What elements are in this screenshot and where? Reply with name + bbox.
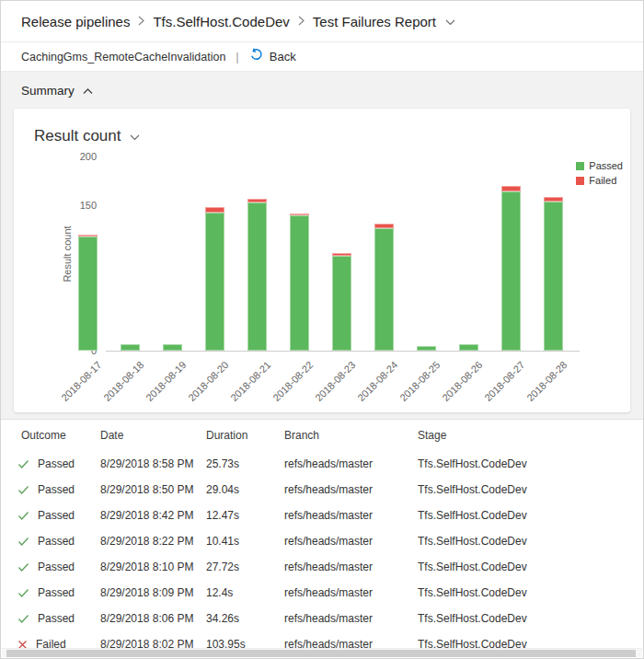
breadcrumb-item-release-pipelines[interactable]: Release pipelines — [21, 14, 130, 29]
passed-segment — [205, 213, 224, 351]
y-axis-tick-label: 150 — [65, 200, 97, 211]
stage-cell: Tfs.SelfHost.CodeDev — [418, 483, 643, 496]
date-cell: 8/29/2018 8:22 PM — [100, 535, 206, 548]
passed-segment — [247, 202, 267, 351]
duration-cell: 27.72s — [206, 561, 284, 573]
table-row[interactable]: Passed8/29/2018 8:58 PM25.73srefs/heads/… — [1, 451, 643, 477]
passed-segment — [501, 191, 521, 351]
date-cell: 8/29/2018 8:10 PM — [100, 561, 206, 573]
check-icon — [17, 485, 29, 495]
breadcrumb: Release pipelines Tfs.SelfHost.CodeDev T… — [1, 1, 643, 42]
legend-label: Passed — [589, 160, 623, 171]
column-header-duration[interactable]: Duration — [206, 429, 284, 442]
toolbar: CachingGms_RemoteCacheInvalidation | Bac… — [1, 42, 643, 72]
chevron-right-icon — [298, 15, 305, 29]
branch-cell: refs/heads/master — [284, 561, 418, 573]
stacked-bar-2018-08-20[interactable] — [205, 207, 224, 351]
table-row[interactable]: Passed8/29/2018 8:50 PM29.04srefs/heads/… — [1, 477, 643, 503]
outcome-label: Passed — [38, 586, 75, 599]
result-count-chart: 050100150200Result count2018-08-172018-0… — [14, 109, 630, 412]
separator: | — [236, 50, 238, 64]
table-row[interactable]: Passed8/29/2018 8:10 PM27.72srefs/heads/… — [1, 554, 643, 580]
horizontal-scrollbar[interactable] — [2, 648, 642, 657]
date-cell: 8/29/2018 8:06 PM — [100, 612, 206, 625]
stacked-bar-2018-08-28[interactable] — [544, 197, 563, 351]
date-cell: 8/29/2018 8:58 PM — [100, 457, 206, 470]
x-axis-tick-label: 2018-08-22 — [270, 359, 315, 403]
x-axis-tick-label: 2018-08-21 — [228, 359, 272, 403]
stage-cell: Tfs.SelfHost.CodeDev — [418, 586, 643, 599]
scrollbar-thumb[interactable] — [6, 650, 636, 657]
test-case-name: CachingGms_RemoteCacheInvalidation — [21, 51, 225, 64]
table-row[interactable]: Passed8/29/2018 8:42 PM12.47srefs/heads/… — [1, 503, 643, 528]
column-header-outcome[interactable]: Outcome — [21, 429, 100, 442]
duration-cell: 25.73s — [206, 457, 284, 470]
y-axis-tick-label: 200 — [65, 151, 97, 162]
summary-collapse-header[interactable]: Summary — [1, 72, 643, 109]
x-axis-tick-label: 2018-08-23 — [313, 359, 357, 403]
legend-item-failed[interactable]: Failed — [576, 175, 623, 186]
check-icon — [17, 588, 29, 598]
chart-legend: PassedFailed — [576, 160, 623, 186]
back-button[interactable]: Back — [249, 48, 296, 65]
x-axis-line — [106, 351, 580, 352]
summary-label: Summary — [21, 84, 75, 98]
y-axis-title: Result count — [62, 225, 73, 282]
stacked-bar-2018-08-25[interactable] — [417, 346, 436, 351]
legend-color-chip — [576, 177, 584, 185]
stacked-bar-2018-08-26[interactable] — [459, 344, 478, 351]
stage-cell: Tfs.SelfHost.CodeDev — [418, 457, 643, 470]
duration-cell: 12.4s — [206, 586, 284, 599]
date-cell: 8/29/2018 8:42 PM — [100, 509, 206, 522]
stacked-bar-2018-08-23[interactable] — [332, 253, 351, 351]
outcome-label: Passed — [38, 535, 75, 548]
table-row[interactable]: Passed8/29/2018 8:06 PM34.26srefs/heads/… — [1, 606, 643, 631]
table-row[interactable]: Passed8/29/2018 8:22 PM10.41srefs/heads/… — [1, 528, 643, 554]
column-header-branch[interactable]: Branch — [284, 429, 418, 442]
stacked-bar-2018-08-24[interactable] — [374, 224, 394, 351]
table-row[interactable]: Passed8/29/2018 8:09 PM12.4srefs/heads/m… — [1, 580, 643, 606]
passed-segment — [78, 237, 98, 351]
outcome-cell: Passed — [17, 535, 100, 548]
stacked-bar-2018-08-17[interactable] — [78, 235, 98, 351]
stacked-bar-2018-08-21[interactable] — [247, 199, 267, 351]
stacked-bar-2018-08-27[interactable] — [501, 186, 521, 351]
outcome-label: Passed — [38, 612, 75, 625]
outcome-cell: Passed — [17, 561, 100, 573]
passed-segment — [459, 344, 478, 351]
chevron-down-icon[interactable] — [445, 13, 455, 29]
outcome-cell: Passed — [17, 457, 100, 470]
chevron-right-icon — [138, 15, 144, 29]
stacked-bar-2018-08-19[interactable] — [163, 344, 182, 351]
x-axis-tick-label: 2018-08-28 — [524, 359, 569, 403]
outcome-cell: Passed — [17, 483, 100, 496]
passed-segment — [544, 202, 563, 351]
branch-cell: refs/heads/master — [284, 483, 418, 496]
legend-item-passed[interactable]: Passed — [576, 160, 623, 171]
x-axis-tick-label: 2018-08-20 — [186, 359, 230, 403]
outcome-label: Passed — [38, 457, 75, 470]
outcome-cell: Passed — [17, 586, 100, 599]
x-axis-tick-label: 2018-08-18 — [101, 359, 145, 403]
column-header-stage[interactable]: Stage — [418, 429, 643, 442]
column-header-date[interactable]: Date — [100, 429, 206, 442]
stacked-bar-2018-08-18[interactable] — [121, 344, 140, 351]
branch-cell: refs/heads/master — [284, 457, 418, 470]
stage-cell: Tfs.SelfHost.CodeDev — [418, 509, 643, 522]
back-button-label: Back — [270, 50, 296, 64]
check-icon — [17, 537, 29, 547]
table-body: Passed8/29/2018 8:58 PM25.73srefs/heads/… — [1, 451, 643, 657]
stage-cell: Tfs.SelfHost.CodeDev — [418, 535, 643, 548]
branch-cell: refs/heads/master — [284, 612, 418, 625]
x-axis-tick-label: 2018-08-26 — [440, 359, 484, 403]
outcome-cell: Passed — [17, 509, 100, 522]
x-axis-tick-label: 2018-08-27 — [482, 359, 526, 403]
branch-cell: refs/heads/master — [284, 586, 418, 599]
duration-cell: 29.04s — [206, 483, 284, 496]
stacked-bar-2018-08-22[interactable] — [290, 214, 309, 351]
outcome-cell: Passed — [17, 612, 100, 625]
breadcrumb-item-report[interactable]: Test Failures Report — [313, 14, 436, 29]
duration-cell: 10.41s — [206, 535, 284, 548]
undo-arrow-icon — [249, 48, 263, 65]
breadcrumb-item-pipeline[interactable]: Tfs.SelfHost.CodeDev — [153, 14, 289, 29]
